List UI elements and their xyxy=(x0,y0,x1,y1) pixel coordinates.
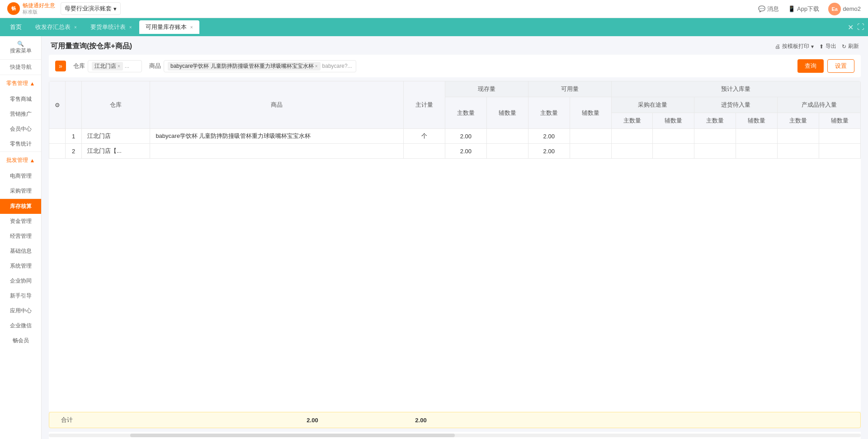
table-container: ⚙ 仓库 商品 主计量 现存量 xyxy=(49,81,861,412)
th-avail-aux: 辅数量 xyxy=(570,97,611,129)
product-tag-close[interactable]: × xyxy=(315,64,318,69)
tab-yaohuo[interactable]: 要货单统计表 × xyxy=(84,20,138,34)
sidebar-item-finance[interactable]: 资金管理 xyxy=(0,214,41,229)
home-label: 首页 xyxy=(10,23,22,31)
chevron-wholesale-icon: ▲ xyxy=(30,157,35,164)
sidebar: 🔍 搜索菜单 快捷导航 零售管理 ▲ 零售商城 营销推广 会员中心 零售统计 批… xyxy=(0,36,42,439)
cell-goods-aux-0 xyxy=(736,129,778,144)
scroll-thumb[interactable] xyxy=(130,434,455,437)
main-content: 可用量查询(按仓库+商品) 🖨 按模板打印 ▾ ⬆ 导出 ↻ 刷新 xyxy=(42,36,868,439)
th-purchase-in-main: 主数量 xyxy=(611,113,653,129)
sidebar-wholesale-toggle[interactable]: 批发管理 ▲ xyxy=(0,152,41,169)
sidebar-item-newbie[interactable]: 新手引导 xyxy=(0,288,41,303)
cell-goods-main-0 xyxy=(694,129,736,144)
horizontal-scrollbar[interactable] xyxy=(49,434,861,437)
product-tag: babycare学饮杯 儿童防摔防撞吸管杯重力球吸嘴杯宝宝水杯 × xyxy=(168,62,321,71)
sidebar-item-basic-info[interactable]: 基础信息 xyxy=(0,244,41,259)
page-title: 可用量查询(按仓库+商品) xyxy=(51,42,132,51)
warehouse-tag: 江北门店 × xyxy=(92,62,123,71)
sidebar-item-collab[interactable]: 企业协同 xyxy=(0,274,41,288)
user-profile[interactable]: Ea demo2 xyxy=(828,3,861,15)
sidebar-item-ecommerce[interactable]: 电商管理 xyxy=(0,169,41,184)
cell-stock-main-1: 2.00 xyxy=(445,144,487,159)
sidebar-section-retail: 零售管理 ▲ 零售商城 营销推广 会员中心 零售统计 xyxy=(0,75,41,152)
app-download-button[interactable]: 📱 App下载 xyxy=(788,5,819,13)
th-stock-aux: 辅数量 xyxy=(486,97,528,129)
cell-unit-0: 个 xyxy=(404,129,445,144)
export-button[interactable]: ⬆ 导出 xyxy=(819,42,836,50)
top-bar: 畅 畅捷通好生意 标准版 母婴行业演示账套 ▾ 💬 消息 📱 App下载 Ea … xyxy=(0,0,868,18)
sidebar-quick-nav[interactable]: 快捷导航 xyxy=(0,60,41,75)
tab-keyong[interactable]: 可用量库存账本 × xyxy=(139,20,199,34)
export-icon: ⬆ xyxy=(819,43,824,50)
warehouse-tag-close[interactable]: × xyxy=(118,64,120,69)
industry-selector[interactable]: 母婴行业演示账套 ▾ xyxy=(61,2,121,15)
top-bar-right: 💬 消息 📱 App下载 Ea demo2 xyxy=(758,3,861,15)
warehouse-tag-container[interactable]: 江北门店 × ... xyxy=(88,60,142,72)
tab-home[interactable]: 首页 xyxy=(4,20,28,34)
sidebar-item-marketing[interactable]: 营销推广 xyxy=(0,107,41,122)
brand-name: 畅捷通好生意 xyxy=(23,2,55,9)
sidebar-item-operations[interactable]: 经营管理 xyxy=(0,229,41,244)
summary-avail-main: 2.00 xyxy=(394,417,448,424)
settings-button[interactable]: 设置 xyxy=(827,59,854,73)
page-actions: 🖨 按模板打印 ▾ ⬆ 导出 ↻ 刷新 xyxy=(775,42,859,50)
refresh-icon: ↻ xyxy=(842,43,846,50)
product-label: 商品 xyxy=(149,62,161,70)
expand-icon: » xyxy=(59,62,62,70)
sidebar-item-retail-mall[interactable]: 零售商城 xyxy=(0,92,41,107)
cell-avail-main-1: 2.00 xyxy=(528,144,570,159)
tab-shoufacun[interactable]: 收发存汇总表 × xyxy=(29,20,83,34)
sidebar-item-app-center[interactable]: 应用中心 xyxy=(0,303,41,318)
sidebar-item-purchase[interactable]: 采购管理 xyxy=(0,184,41,198)
cell-avail-aux-0 xyxy=(570,129,611,144)
th-settings[interactable]: ⚙ xyxy=(49,81,66,129)
sidebar-section-wholesale: 批发管理 ▲ 电商管理 采购管理 xyxy=(0,152,41,199)
data-table: ⚙ 仓库 商品 主计量 现存量 xyxy=(49,81,861,159)
sidebar-retail-toggle[interactable]: 零售管理 ▲ xyxy=(0,75,41,92)
th-main-unit: 主计量 xyxy=(404,81,445,129)
filter-expand-button[interactable]: » xyxy=(55,61,66,71)
fullscreen-icon[interactable]: ⛶ xyxy=(857,23,864,32)
cell-product-0: babycare学饮杯 儿童防摔防撞吸管杯重力球吸嘴杯宝宝水杯 xyxy=(150,129,404,144)
sidebar-item-members[interactable]: 会员中心 xyxy=(0,122,41,137)
tab-yaohuo-label: 要货单统计表 xyxy=(90,23,126,31)
tab-shoufacun-close[interactable]: × xyxy=(74,25,77,30)
sidebar-item-vip[interactable]: 畅会员 xyxy=(0,333,41,348)
search-icon: 🔍 xyxy=(17,41,24,47)
sidebar-item-system[interactable]: 系统管理 xyxy=(0,259,41,274)
product-tag-container[interactable]: babycare学饮杯 儿童防摔防撞吸管杯重力球吸嘴杯宝宝水杯 × babyca… xyxy=(164,60,356,72)
message-label: 消息 xyxy=(767,5,779,13)
nav-tabs: 首页 收发存汇总表 × 要货单统计表 × 可用量库存账本 × ✕ ⛶ xyxy=(0,18,868,36)
sidebar-item-wechat[interactable]: 企业微信 xyxy=(0,318,41,333)
refresh-label: 刷新 xyxy=(848,42,859,50)
warehouse-tag-text: 江北门店 xyxy=(94,62,116,70)
tab-yaohuo-close[interactable]: × xyxy=(129,25,132,30)
th-production-pending: 产成品待入量 xyxy=(778,97,861,113)
sidebar-retail-label: 零售管理 xyxy=(6,80,28,87)
message-button[interactable]: 💬 消息 xyxy=(758,5,779,13)
product-more: babycare?... xyxy=(322,63,352,69)
warehouse-label: 仓库 xyxy=(73,62,85,70)
cell-stock-aux-0 xyxy=(486,129,528,144)
query-button[interactable]: 查询 xyxy=(797,59,824,73)
sidebar-item-retail-stats[interactable]: 零售统计 xyxy=(0,137,41,151)
brand-logo: 畅 xyxy=(7,2,20,15)
cell-prod-main-1 xyxy=(778,144,819,159)
chevron-down-icon: ▾ xyxy=(113,5,117,12)
th-current-stock: 现存量 xyxy=(445,81,528,97)
sidebar-item-inventory[interactable]: 库存核算 xyxy=(0,199,41,214)
layout: 🔍 搜索菜单 快捷导航 零售管理 ▲ 零售商城 营销推广 会员中心 零售统计 批… xyxy=(0,36,868,439)
close-window-icon[interactable]: ✕ xyxy=(848,23,854,32)
th-purchase-in-aux: 辅数量 xyxy=(653,113,694,129)
cell-purchase-aux-1 xyxy=(653,144,694,159)
refresh-button[interactable]: ↻ 刷新 xyxy=(842,42,859,50)
tab-keyong-close[interactable]: × xyxy=(190,25,193,30)
cell-goods-main-1 xyxy=(694,144,736,159)
page-header: 可用量查询(按仓库+商品) 🖨 按模板打印 ▾ ⬆ 导出 ↻ 刷新 xyxy=(42,36,868,55)
print-template-button[interactable]: 🖨 按模板打印 ▾ xyxy=(775,42,814,50)
sidebar-search[interactable]: 🔍 搜索菜单 xyxy=(0,36,41,60)
brand: 畅 畅捷通好生意 标准版 xyxy=(7,2,55,15)
app-icon: 📱 xyxy=(788,5,795,12)
sidebar-search-label: 搜索菜单 xyxy=(4,47,38,55)
